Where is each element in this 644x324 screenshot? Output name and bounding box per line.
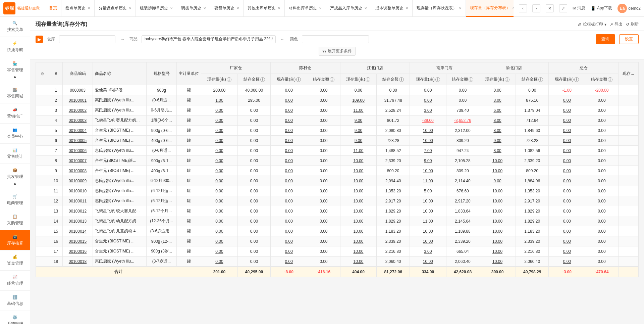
table-cell[interactable]: 8.00 [479,126,516,136]
tab-close-icon[interactable]: ✕ [319,6,322,10]
table-cell[interactable]: 0.00 [201,236,238,246]
sidebar-item-retail_stats[interactable]: 📊零售统计 [0,144,30,164]
table-cell[interactable]: 0.00 [549,126,585,136]
tab-prev-btn[interactable]: ‹ [519,4,527,12]
table-cell[interactable]: 10.00 [410,136,446,146]
table-area[interactable]: ⚙ # 商品编码 商品名称 规格型号 主计量单位 厂家仓 陈村仓 江北门店 南岸… [30,62,644,324]
table-cell[interactable]: 10.00 [479,186,516,196]
row-code[interactable]: 00100002 [63,105,93,115]
table-cell[interactable]: 10.00 [340,236,377,246]
table-cell[interactable]: 10.00 [479,226,516,236]
table-cell[interactable]: 0.00 [201,136,238,146]
sidebar-item-business[interactable]: 📈经营管理 [0,271,30,291]
table-cell[interactable]: 9.00 [340,126,377,136]
table-cell[interactable]: 9.00 [479,136,516,146]
table-cell[interactable]: 0.00 [549,136,585,146]
table-cell[interactable]: 9.00 [479,176,516,186]
table-cell[interactable]: 10.00 [479,236,516,246]
row-code[interactable]: 00100007 [63,156,93,166]
tab-close-icon[interactable]: ✕ [364,6,367,10]
sidebar-item-search[interactable]: 🔍搜索英单 [0,17,30,37]
table-cell[interactable]: 0.00 [271,146,307,156]
table-cell[interactable]: 0.00 [271,126,307,136]
tab-purchase[interactable]: 要货单历史✕ [210,0,244,17]
filter-expand-btn[interactable]: ▶ [36,36,43,43]
tab-stocktake2[interactable]: 分量盘点单历史✕ [95,0,136,17]
table-cell[interactable]: 0.00 [549,176,585,186]
goods-input[interactable] [142,35,276,43]
search-button[interactable]: 查询 [596,34,615,44]
table-cell[interactable]: 10.00 [340,156,377,166]
table-cell[interactable]: 0.00 [201,156,238,166]
row-code[interactable]: 00100014 [63,226,93,236]
user-menu[interactable]: Ea demo2 [618,4,641,13]
table-cell[interactable]: 0.00 [410,95,446,105]
sidebar-item-wholesale[interactable]: 📦批发管理▲ [0,164,30,190]
tab-close-icon[interactable]: ✕ [459,6,462,10]
table-cell[interactable]: 0.00 [271,176,307,186]
table-cell[interactable]: 7.00 [410,146,446,156]
table-cell[interactable]: 10.00 [340,166,377,176]
table-cell[interactable]: 0.00 [271,85,307,95]
table-cell[interactable]: 0.00 [271,166,307,176]
row-code[interactable]: 00100013 [63,216,93,226]
table-cell[interactable]: 0.00 [549,146,585,156]
tab-next-btn[interactable]: › [532,4,540,12]
table-cell[interactable]: 0.00 [271,105,307,115]
table-cell[interactable]: 10.00 [340,206,377,216]
row-code[interactable]: 00100006 [63,146,93,156]
app-download-btn[interactable]: 📱 App下载 [591,5,612,11]
tab-close-icon[interactable]: ✕ [406,6,408,10]
tab-transfer[interactable]: 调拨单历史✕ [177,0,210,17]
table-cell[interactable]: 0.00 [201,105,238,115]
tab-close-icon[interactable]: ✕ [512,6,514,10]
expand-conditions-btn[interactable]: ▾▾ 展开更多条件 [319,47,356,56]
row-code[interactable]: 00100003 [63,115,93,126]
table-cell[interactable]: 11.00 [340,146,377,156]
table-cell[interactable]: 0.00 [271,246,307,257]
tab-product_in[interactable]: 产成品入库单历史✕ [326,0,371,17]
tab-stock_status[interactable]: 现存量（库存状况表）✕ [413,0,466,17]
table-cell[interactable]: 0.00 [271,186,307,196]
tab-other_out[interactable]: 其他出库单历史✕ [244,0,285,17]
table-cell[interactable]: 10.00 [340,257,377,267]
table-cell[interactable]: 0.00 [549,257,585,267]
table-cell[interactable]: 10.00 [479,166,516,176]
tab-close-icon[interactable]: ✕ [129,6,131,10]
sidebar-item-ecommerce[interactable]: 🛒电商管理 [0,190,30,210]
table-cell[interactable]: 0.00 [549,236,585,246]
table-cell[interactable]: 0.00 [201,115,238,126]
table-cell[interactable]: 10.00 [410,196,446,206]
table-cell[interactable]: 0.00 [549,246,585,257]
table-cell[interactable]: 1.00 [201,95,238,105]
table-cell[interactable]: 10.00 [410,206,446,216]
sidebar-item-system[interactable]: ⚙️系统管理 [0,311,30,324]
table-cell[interactable]: 10.00 [340,196,377,206]
table-cell[interactable]: 0.00 [549,186,585,196]
table-cell[interactable]: 0.00 [549,95,585,105]
row-code[interactable]: 00100018 [63,257,93,267]
table-cell[interactable]: 5.00 [410,186,446,196]
table-cell[interactable]: 0.00 [271,206,307,216]
row-code[interactable]: 00100015 [63,236,93,246]
table-cell[interactable]: 9.00 [410,156,446,166]
export-btn[interactable]: ↗ 导出 [610,21,623,27]
tab-close-all-btn[interactable]: ✕ [546,4,554,12]
table-cell[interactable]: 10.00 [340,226,377,236]
table-cell[interactable]: 10.00 [410,236,446,246]
table-cell[interactable]: 0.00 [201,226,238,236]
table-cell[interactable]: 0.00 [271,236,307,246]
table-cell[interactable]: 109.00 [340,95,377,105]
table-cell[interactable]: 0.00 [201,176,238,186]
settings-button[interactable]: 设置 [619,34,639,44]
table-cell[interactable]: 10.00 [340,186,377,196]
table-cell[interactable]: 3.00 [410,105,446,115]
table-cell[interactable]: 9.00 [340,136,377,146]
table-cell[interactable]: 3.00 [410,246,446,257]
table-cell[interactable]: 0.00 [201,196,238,206]
table-cell[interactable]: 0.00 [271,226,307,236]
row-code[interactable]: 00100012 [63,206,93,216]
table-cell[interactable]: 10.00 [479,216,516,226]
tab-close-icon[interactable]: ✕ [203,6,206,10]
row-code[interactable]: 00100008 [63,166,93,176]
